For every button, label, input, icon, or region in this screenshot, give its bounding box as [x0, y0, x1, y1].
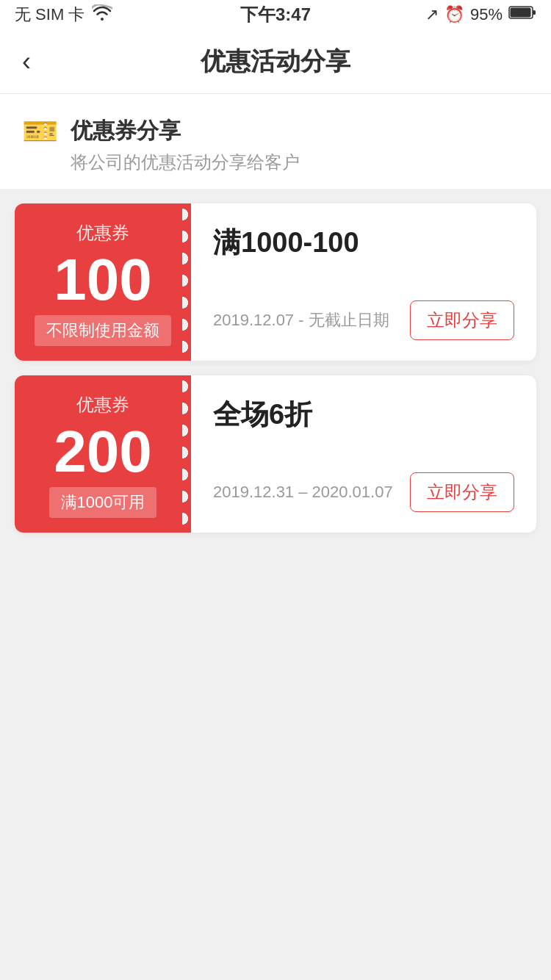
coupon-condition-0: 不限制使用金额 [35, 315, 171, 346]
back-button[interactable]: ‹ [22, 46, 31, 77]
status-time: 下午3:47 [240, 3, 311, 26]
alarm-icon: ⏰ [444, 5, 464, 24]
nav-bar: ‹ 优惠活动分享 [0, 29, 551, 94]
coupon-footer-0: 2019.12.07 - 无截止日期 立即分享 [213, 300, 514, 340]
coupon-card: 优惠券 100 不限制使用金额 满1000-100 2019.12.07 - 无… [15, 203, 536, 361]
share-button-0[interactable]: 立即分享 [410, 300, 514, 340]
empty-area [0, 547, 551, 980]
section-title: 优惠券分享 [71, 116, 300, 146]
location-icon: ↗ [425, 5, 439, 24]
coupon-left-0: 优惠券 100 不限制使用金额 [15, 203, 191, 361]
svg-rect-2 [511, 8, 531, 18]
coupon-right-0: 满1000-100 2019.12.07 - 无截止日期 立即分享 [191, 203, 536, 361]
coupon-section-icon: 🎫 [22, 116, 59, 145]
wifi-icon [92, 4, 112, 25]
battery-icon [508, 5, 536, 24]
carrier-text: 无 SIM 卡 [15, 4, 84, 26]
battery-text: 95% [470, 5, 503, 24]
coupon-date-0: 2019.12.07 - 无截止日期 [213, 309, 389, 331]
coupon-date-1: 2019.12.31 – 2020.01.07 [213, 483, 393, 502]
coupon-label-1: 优惠券 [76, 393, 129, 417]
section-subtitle: 将公司的优惠活动分享给客户 [71, 151, 300, 174]
section-text: 优惠券分享 将公司的优惠活动分享给客户 [71, 116, 300, 174]
coupon-name-1: 全场6折 [213, 396, 514, 433]
coupon-value-0: 100 [54, 251, 151, 309]
status-right: ↗ ⏰ 95% [425, 5, 536, 24]
section-header: 🎫 优惠券分享 将公司的优惠活动分享给客户 [0, 94, 551, 189]
coupon-label-0: 优惠券 [76, 221, 129, 245]
share-button-1[interactable]: 立即分享 [410, 472, 514, 512]
coupon-list: 优惠券 100 不限制使用金额 满1000-100 2019.12.07 - 无… [0, 189, 551, 547]
coupon-left-1: 优惠券 200 满1000可用 [15, 375, 191, 533]
page-title: 优惠活动分享 [201, 45, 350, 79]
status-bar: 无 SIM 卡 下午3:47 ↗ ⏰ 95% [0, 0, 551, 29]
coupon-card: 优惠券 200 满1000可用 全场6折 2019.12.31 – 2020.0… [15, 375, 536, 533]
coupon-footer-1: 2019.12.31 – 2020.01.07 立即分享 [213, 472, 514, 512]
coupon-name-0: 满1000-100 [213, 224, 514, 262]
coupon-condition-1: 满1000可用 [49, 487, 157, 518]
coupon-right-1: 全场6折 2019.12.31 – 2020.01.07 立即分享 [191, 375, 536, 533]
svg-rect-1 [533, 10, 536, 15]
status-left: 无 SIM 卡 [15, 4, 112, 26]
coupon-value-1: 200 [54, 422, 151, 481]
